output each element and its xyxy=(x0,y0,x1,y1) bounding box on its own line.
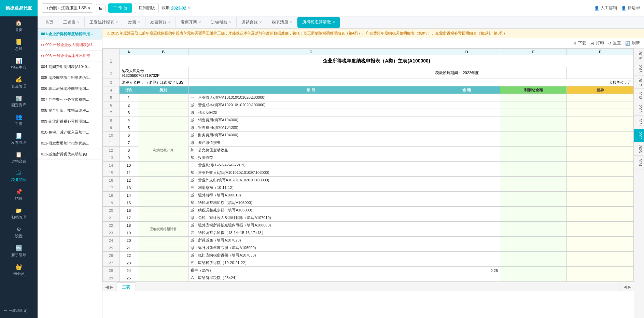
download-button[interactable]: ⬇ 下载 xyxy=(573,40,586,46)
year-item-2020[interactable]: 2020 xyxy=(634,102,644,115)
settings-icon: ⚙ xyxy=(16,226,21,233)
tab-tax-list[interactable]: 税表清册 ✕ xyxy=(267,17,297,27)
left-panel-item-6[interactable]: 007-广告费和业务宣传费跨... xyxy=(38,94,102,105)
sidebar-item-archive[interactable]: 📁 归档管理 xyxy=(0,204,38,223)
tab-close-sales-ledger[interactable]: ✕ xyxy=(259,20,262,24)
sidebar-item-reports[interactable]: 📊 报表中心 xyxy=(0,54,38,73)
tab-sales-check[interactable]: 进销稽核 ✕ xyxy=(206,17,237,27)
sheet-tab-main[interactable]: 主表 xyxy=(116,282,136,291)
table-row: 14 10 二、营业利润(1-2-3-4-5-6-7-8+9) xyxy=(103,162,634,169)
sidebar-item-sales[interactable]: 📋 进销台账 xyxy=(0,148,38,167)
tab-close-sales-check[interactable]: ✕ xyxy=(229,20,232,24)
user-item[interactable]: 👤 徐运华 xyxy=(621,5,640,11)
left-panel-item-3[interactable]: 004-期间费用明细表(A1040... xyxy=(38,61,102,72)
table-row: 29 25 六、应纳所得税额（23×24） xyxy=(103,274,634,282)
company-selector[interactable]: （勿删）江西服宝-LSS ▾ xyxy=(42,3,93,13)
copy-button[interactable]: ⊟ xyxy=(96,4,106,12)
table-row: 19 15 加：纳税调整增加额（填写A105000） xyxy=(103,199,634,207)
tab-close-salary-stats[interactable]: ✕ xyxy=(115,20,118,24)
tab-close-invoice-open[interactable]: ✕ xyxy=(198,20,201,24)
unpin-button[interactable]: ↩ ↩取消固定 xyxy=(0,306,38,315)
left-panel-item-9[interactable]: 010-免税、减计收入及加计... xyxy=(38,127,102,138)
tax-table: A B C D E F 1 企业所 xyxy=(102,49,634,282)
table-title: 企业所得税年度纳税申报表（A类）主表(A100000) xyxy=(119,55,633,67)
consult-icon: 👤 xyxy=(594,6,599,11)
tab-close-invoice-calc[interactable]: ✕ xyxy=(168,20,171,24)
sidebar-item-settings[interactable]: ⚙ 设置 xyxy=(0,223,38,241)
table-row: 21 17 减：免税、减计收入及加计扣除（填写A107010） xyxy=(103,214,634,222)
workbench-button[interactable]: 工 作 台 xyxy=(108,3,132,13)
table-row: 27 23 五、应纳税所得额（19-20-21-22） xyxy=(103,259,634,267)
year-item-2021[interactable]: 2021 xyxy=(634,116,644,129)
year-item-2022[interactable]: 2022 xyxy=(634,129,644,142)
period-edit-icon[interactable]: ✎ xyxy=(187,6,191,11)
tab-close-tax-annual[interactable]: ✕ xyxy=(332,20,335,24)
left-panel-item-5[interactable]: 006-职工薪酬纳税调整明细... xyxy=(38,83,102,94)
scroll-left-icon[interactable]: ◀ xyxy=(624,285,627,289)
year-item-2023[interactable]: 2023 xyxy=(634,142,644,156)
scroll-right-icon[interactable]: ▶ xyxy=(628,285,631,289)
col-profit: 利润总全额 xyxy=(500,86,567,94)
left-panel-item-11[interactable]: 012-减免所得税优惠明细表(... xyxy=(38,149,102,160)
year-item-2017[interactable]: 2017 xyxy=(634,75,644,89)
warning-bar: ⚠ 2019年度涉及取以前年度延续数据的申报表单元格需要手工维护正确，才能保证本… xyxy=(102,29,644,38)
consult-item[interactable]: 👤 人工咨询 xyxy=(594,5,617,11)
tab-salary-stats[interactable]: 工资统计报表 ✕ xyxy=(85,17,123,27)
tab-invoice-open[interactable]: 发票开票 ✕ xyxy=(176,17,206,27)
main-content: （勿删）江西服宝-LSS ▾ ⊟ 工 作 台 切到旧版 账期 2023-02 ✎… xyxy=(38,0,644,318)
sidebar-item-assets[interactable]: 🏢 固定资产 xyxy=(0,92,38,110)
col-index-row: A B C D E F xyxy=(103,49,634,55)
tab-sales-ledger[interactable]: 进销台账 ✕ xyxy=(237,17,267,27)
tab-salary[interactable]: 工资表 ✕ xyxy=(58,17,85,27)
sheet-tabs-right: ⋮ ◀ ▶ xyxy=(618,285,631,289)
tab-invoice-calc[interactable]: 发票算账 ✕ xyxy=(145,17,176,27)
sidebar-item-guide[interactable]: 🆕 新手引导 xyxy=(0,241,38,260)
left-panel-item-8[interactable]: 009-企业所得税补亏损明细... xyxy=(38,116,102,127)
left-panel-item-0[interactable]: 001-企业所得税年度纳税申报... xyxy=(38,29,102,40)
left-panel-item-7[interactable]: 008-资产折旧、摊销及纳税... xyxy=(38,105,102,116)
table-row: 17 13 三、利润总额（10-11-12） xyxy=(103,184,634,192)
tab-invoice[interactable]: 发票 ✕ xyxy=(123,17,145,27)
sidebar-item-funds[interactable]: 💰 资金管理 xyxy=(0,73,38,92)
year-item-2019[interactable]: 2019 xyxy=(634,49,644,62)
next-sheet-button[interactable]: ▶ xyxy=(110,284,113,290)
sheet-main[interactable]: A B C D E F 1 企业所 xyxy=(102,49,634,318)
sidebar-item-tax[interactable]: 🏛 税务管理 xyxy=(0,167,38,185)
left-panel-item-2[interactable]: ⊙ 003-一般企业成本支出明细... xyxy=(38,51,102,61)
tab-tax-annual[interactable]: 所得税汇算清缴 ✕ xyxy=(297,17,340,28)
left-panel-item-4[interactable]: 005-纳税调整项目明细表(A1... xyxy=(38,72,102,83)
tab-close-tax-list[interactable]: ✕ xyxy=(290,20,292,24)
col-amount: 全 额 xyxy=(433,86,500,94)
left-panel-item-1[interactable]: ⊙ 002-一般企业收入明细表(A1... xyxy=(38,40,102,51)
error-icon-1: ⊙ xyxy=(41,43,44,47)
tab-close-salary[interactable]: ✕ xyxy=(77,20,80,24)
year-item-2018[interactable]: 2018 xyxy=(634,89,644,102)
sidebar-item-invoices[interactable]: 🧾 发票管理 xyxy=(0,129,38,148)
reset-button[interactable]: ↺ 重置 xyxy=(608,40,621,46)
top-right: 👤 人工咨询 👤 徐运华 xyxy=(594,5,640,11)
year-item-2016[interactable]: 2016 xyxy=(634,62,644,75)
top-bar: （勿删）江西服宝-LSS ▾ ⊟ 工 作 台 切到旧版 账期 2023-02 ✎… xyxy=(38,0,644,16)
prev-sheet-button[interactable]: ◀ xyxy=(105,284,109,290)
col-category: 类别 xyxy=(138,86,188,94)
reports-icon: 📊 xyxy=(15,57,22,64)
sidebar-item-vip[interactable]: 👑 畅会员 xyxy=(0,260,38,279)
left-panel-item-10[interactable]: 011-研发费用加计扣除优惠... xyxy=(38,138,102,149)
table-row: 16 12 减：营业外支出(填写A102010\102020\103000) xyxy=(103,177,634,184)
tab-close-invoice[interactable]: ✕ xyxy=(138,20,140,24)
sidebar-item-home[interactable]: 🏠 首页 xyxy=(0,16,38,35)
sidebar-item-salary[interactable]: 👥 工资 xyxy=(0,110,38,129)
sheet-menu-icon[interactable]: ⋮ xyxy=(618,285,622,289)
year-item-2024[interactable]: 2024 xyxy=(634,156,644,169)
table-row: 15 11 加：营业外收入(填写A101010\101020\103000) xyxy=(103,169,634,177)
sidebar-item-close[interactable]: 📌 结账 xyxy=(0,185,38,204)
refresh-button[interactable]: 🔄 刷新 xyxy=(625,40,640,46)
tab-home[interactable]: 首页 xyxy=(40,17,58,27)
sidebar-item-ledger[interactable]: 📒 总账 xyxy=(0,35,38,54)
print-icon: 🖨 xyxy=(590,41,594,46)
print-button[interactable]: 🖨 打印 xyxy=(590,40,604,46)
switch-button[interactable]: 切到旧版 xyxy=(135,3,159,13)
table-row: 10 6 减：财务费用(填写A104000) xyxy=(103,132,634,139)
sales-icon: 📋 xyxy=(15,151,22,158)
table-row: 6 2 减：营业成本(填写A102010\102020\103000) xyxy=(103,101,634,109)
